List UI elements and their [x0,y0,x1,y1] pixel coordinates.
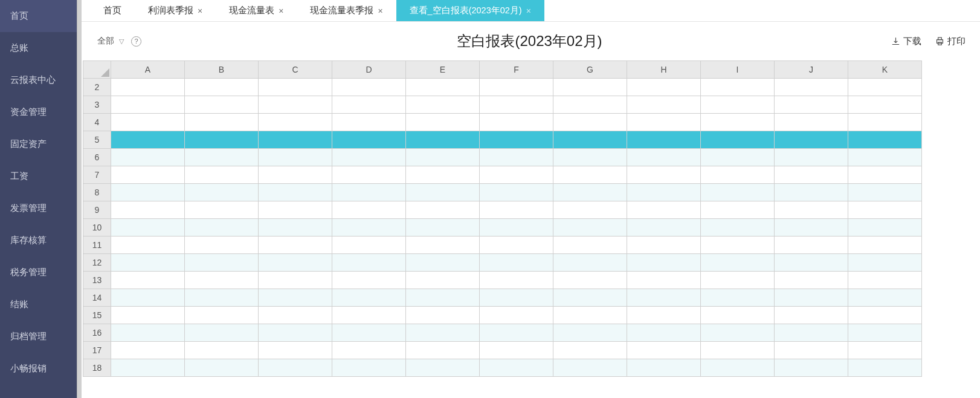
cell-H14[interactable] [627,289,701,307]
cell-F9[interactable] [480,201,553,219]
row-header-4[interactable]: 4 [83,114,111,131]
cell-F16[interactable] [480,324,553,342]
cell-B13[interactable] [185,272,259,289]
cell-G10[interactable] [553,219,627,237]
column-header-C[interactable]: C [259,61,332,79]
cell-F3[interactable] [480,96,553,114]
row-header-18[interactable]: 18 [83,359,111,377]
cell-G3[interactable] [553,96,627,114]
cell-A2[interactable] [111,79,185,96]
cell-C15[interactable] [259,307,332,324]
row-header-11[interactable]: 11 [83,237,111,254]
row-header-6[interactable]: 6 [83,149,111,166]
cell-D12[interactable] [332,254,406,272]
download-button[interactable]: 下载 [891,36,921,47]
cell-A10[interactable] [111,219,185,237]
cell-K3[interactable] [848,96,922,114]
tab-1[interactable]: 利润表季报× [135,0,216,21]
cell-F4[interactable] [480,114,553,131]
cell-J18[interactable] [775,359,848,377]
column-header-K[interactable]: K [848,61,922,79]
cell-K11[interactable] [848,237,922,254]
cell-C9[interactable] [259,201,332,219]
column-header-E[interactable]: E [406,61,480,79]
row-header-17[interactable]: 17 [83,342,111,359]
cell-H12[interactable] [627,254,701,272]
cell-E16[interactable] [406,324,480,342]
row-header-7[interactable]: 7 [83,166,111,184]
cell-H15[interactable] [627,307,701,324]
sidebar-item-5[interactable]: 工资 [0,160,79,192]
column-header-D[interactable]: D [332,61,406,79]
cell-G14[interactable] [553,289,627,307]
cell-J6[interactable] [775,149,848,166]
cell-K12[interactable] [848,254,922,272]
cell-C5[interactable] [259,131,332,149]
cell-G13[interactable] [553,272,627,289]
row-header-5[interactable]: 5 [83,131,111,149]
cell-I7[interactable] [701,166,775,184]
row-header-8[interactable]: 8 [83,184,111,201]
cell-C6[interactable] [259,149,332,166]
cell-J14[interactable] [775,289,848,307]
cell-H8[interactable] [627,184,701,201]
cell-E10[interactable] [406,219,480,237]
cell-D11[interactable] [332,237,406,254]
cell-F12[interactable] [480,254,553,272]
tab-3[interactable]: 现金流量表季报× [297,0,396,21]
sidebar-item-11[interactable]: 小畅报销 [0,353,79,385]
cell-H16[interactable] [627,324,701,342]
row-header-16[interactable]: 16 [83,324,111,342]
close-icon[interactable]: × [526,6,531,16]
cell-B11[interactable] [185,237,259,254]
cell-A12[interactable] [111,254,185,272]
cell-C4[interactable] [259,114,332,131]
cell-C8[interactable] [259,184,332,201]
cell-J13[interactable] [775,272,848,289]
tab-4[interactable]: 查看_空白报表(2023年02月)× [396,0,544,21]
cell-F11[interactable] [480,237,553,254]
row-header-12[interactable]: 12 [83,254,111,272]
cell-C3[interactable] [259,96,332,114]
cell-F8[interactable] [480,184,553,201]
cell-H13[interactable] [627,272,701,289]
row-header-10[interactable]: 10 [83,219,111,237]
sidebar-item-3[interactable]: 资金管理 [0,96,79,128]
cell-K16[interactable] [848,324,922,342]
cell-J17[interactable] [775,342,848,359]
cell-F14[interactable] [480,289,553,307]
cell-K15[interactable] [848,307,922,324]
cell-A13[interactable] [111,272,185,289]
cell-C17[interactable] [259,342,332,359]
cell-G12[interactable] [553,254,627,272]
cell-J12[interactable] [775,254,848,272]
cell-I13[interactable] [701,272,775,289]
cell-J9[interactable] [775,201,848,219]
cell-B17[interactable] [185,342,259,359]
cell-H18[interactable] [627,359,701,377]
cell-C7[interactable] [259,166,332,184]
cell-G5[interactable] [553,131,627,149]
cell-I10[interactable] [701,219,775,237]
cell-K9[interactable] [848,201,922,219]
cell-J7[interactable] [775,166,848,184]
cell-D3[interactable] [332,96,406,114]
cell-B18[interactable] [185,359,259,377]
cell-E3[interactable] [406,96,480,114]
cell-I2[interactable] [701,79,775,96]
cell-G2[interactable] [553,79,627,96]
cell-F6[interactable] [480,149,553,166]
close-icon[interactable]: × [198,6,202,16]
row-header-9[interactable]: 9 [83,201,111,219]
column-header-B[interactable]: B [185,61,259,79]
cell-H6[interactable] [627,149,701,166]
sidebar-item-4[interactable]: 固定资产 [0,128,79,160]
cell-D15[interactable] [332,307,406,324]
row-header-15[interactable]: 15 [83,307,111,324]
cell-E7[interactable] [406,166,480,184]
cell-J5[interactable] [775,131,848,149]
sidebar-item-6[interactable]: 发票管理 [0,192,79,224]
cell-K5[interactable] [848,131,922,149]
cell-D16[interactable] [332,324,406,342]
cell-H2[interactable] [627,79,701,96]
